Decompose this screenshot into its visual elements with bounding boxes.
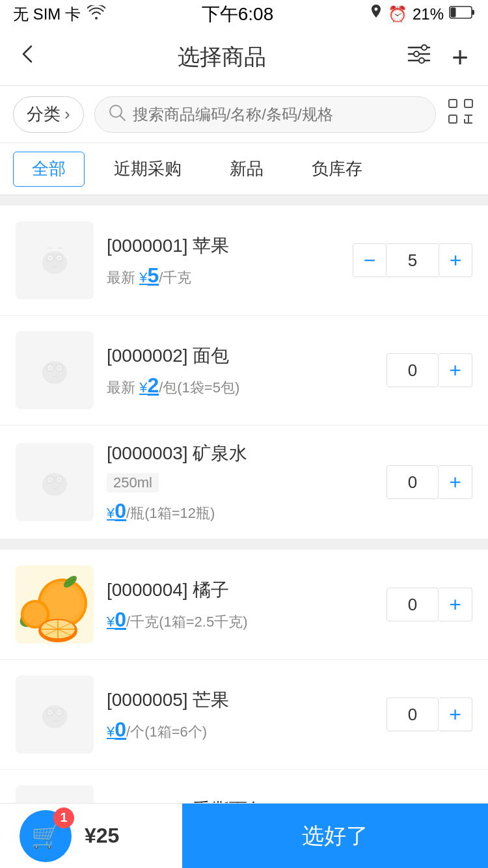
quantity-input[interactable] (386, 588, 439, 621)
orange-image (16, 565, 94, 644)
product-thumbnail (16, 565, 94, 644)
filter-row: 分类 › (0, 86, 488, 143)
filter-icon[interactable] (406, 42, 432, 72)
svg-point-45 (23, 603, 47, 626)
product-name: [0000002] 面包 (107, 344, 373, 368)
cart-area: 🛒 1 ¥25 (0, 804, 182, 868)
price-currency: ¥ (107, 614, 115, 630)
price-unit: /千克(1箱=2.5千克) (126, 614, 247, 630)
price-currency: ¥ (107, 724, 115, 740)
product-info: [0000005] 芒果 ¥0/个(1箱=6个) (107, 688, 373, 742)
svg-point-37 (49, 479, 51, 481)
nav-actions: + (406, 41, 468, 74)
quantity-control: + (386, 353, 472, 387)
product-thumbnail (16, 443, 94, 521)
price-currency: ¥ (107, 505, 115, 521)
quantity-control: + (386, 465, 472, 499)
svg-rect-13 (449, 115, 457, 123)
product-spec: 250ml (107, 473, 159, 493)
price-amount: 0 (115, 608, 126, 631)
tab-bar: 全部 近期采购 新品 负库存 (0, 143, 488, 195)
cart-icon: 🛒 (31, 822, 61, 850)
price-unit: /千克 (159, 269, 191, 286)
svg-point-25 (42, 361, 68, 384)
svg-rect-2 (451, 8, 456, 18)
tab-recent[interactable]: 近期采购 (95, 152, 200, 187)
add-button[interactable]: + (452, 41, 468, 74)
battery-percent: 21% (413, 5, 444, 23)
price-currency: ¥ (139, 379, 147, 396)
product-info: [0000004] 橘子 ¥0/千克(1箱=2.5千克) (107, 578, 373, 632)
price-label: 最新 (107, 379, 139, 396)
divider-2 (0, 539, 488, 550)
search-box[interactable] (94, 96, 436, 133)
page-title: 选择商品 (178, 42, 266, 72)
svg-point-38 (58, 479, 61, 481)
svg-point-31 (58, 367, 61, 370)
product-price: 最新 ¥2/包(1袋=5包) (107, 373, 373, 398)
price-amount: 0 (115, 499, 126, 522)
price-unit: /包(1袋=5包) (159, 379, 239, 396)
tab-negative-label: 负库存 (312, 157, 362, 180)
product-price: ¥0/千克(1箱=2.5千克) (107, 608, 373, 632)
quantity-increase-button[interactable]: + (439, 698, 472, 731)
list-item: [0000003] 矿泉水 250ml ¥0/瓶(1箱=12瓶) + (0, 426, 488, 539)
product-thumbnail (16, 675, 94, 753)
list-item: [0000005] 芒果 ¥0/个(1箱=6个) + (0, 660, 488, 770)
product-thumbnail (16, 221, 94, 299)
price-amount: 2 (147, 373, 159, 397)
quantity-input[interactable] (386, 465, 439, 499)
svg-point-32 (42, 473, 68, 496)
category-chevron: › (64, 104, 70, 124)
tab-negative[interactable]: 负库存 (293, 152, 381, 187)
svg-point-24 (58, 257, 61, 260)
quantity-increase-button[interactable]: + (439, 465, 472, 499)
alarm-icon: ⏰ (388, 5, 407, 23)
quantity-decrease-button[interactable]: − (353, 243, 386, 277)
svg-rect-12 (465, 100, 472, 107)
sim-status: 无 SIM 卡 (13, 4, 81, 25)
status-left: 无 SIM 卡 (13, 4, 105, 25)
tab-all[interactable]: 全部 (13, 152, 85, 187)
search-input[interactable] (133, 105, 422, 124)
svg-rect-1 (472, 10, 474, 15)
svg-point-60 (58, 711, 61, 714)
quantity-input[interactable] (386, 698, 439, 731)
confirm-button[interactable]: 选好了 (182, 804, 488, 868)
scan-icon[interactable] (446, 97, 475, 131)
wifi-icon (87, 5, 105, 23)
svg-point-7 (414, 51, 419, 57)
status-right: ⏰ 21% (370, 5, 475, 24)
svg-rect-11 (449, 100, 457, 107)
svg-point-23 (49, 257, 51, 260)
list-item: [0000004] 橘子 ¥0/千克(1箱=2.5千克) + (0, 550, 488, 660)
svg-point-54 (42, 705, 68, 728)
location-icon (370, 5, 383, 24)
quantity-increase-button[interactable]: + (439, 243, 472, 277)
quantity-increase-button[interactable]: + (439, 353, 472, 387)
svg-line-10 (120, 116, 125, 120)
tab-new-label: 新品 (230, 157, 264, 180)
price-amount: 5 (147, 264, 159, 287)
quantity-control: + (386, 698, 472, 731)
category-button[interactable]: 分类 › (13, 96, 84, 133)
category-label: 分类 (27, 103, 61, 126)
quantity-input[interactable] (386, 243, 439, 277)
cart-badge: 1 (53, 807, 74, 828)
quantity-input[interactable] (386, 353, 439, 387)
product-name: [0000001] 苹果 (107, 234, 340, 258)
quantity-control: + (386, 588, 472, 621)
back-button[interactable] (20, 40, 38, 74)
svg-point-59 (49, 711, 51, 714)
product-price: ¥0/个(1箱=6个) (107, 718, 373, 742)
cart-button[interactable]: 🛒 1 (20, 810, 72, 862)
price-amount: 0 (115, 718, 126, 741)
status-bar: 无 SIM 卡 下午6:08 ⏰ 21% (0, 0, 488, 29)
quantity-increase-button[interactable]: + (439, 588, 472, 621)
tab-new[interactable]: 新品 (211, 152, 282, 187)
price-unit: /瓶(1箱=12瓶) (126, 505, 215, 521)
tab-all-label: 全部 (32, 157, 66, 180)
price-unit: /个(1箱=6个) (126, 724, 207, 740)
product-thumbnail (16, 331, 94, 409)
search-icon (108, 103, 126, 126)
